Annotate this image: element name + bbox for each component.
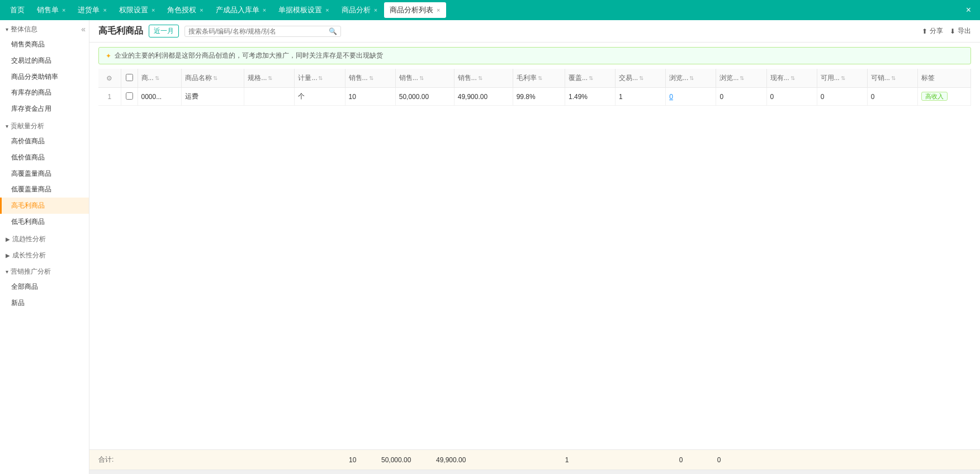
sidebar-section-trend[interactable]: ▶ 流趋性分析 <box>0 230 89 246</box>
close-product-analysis-icon[interactable]: × <box>374 7 377 13</box>
nav-product-inbound[interactable]: 产成品入库单 × <box>210 2 272 18</box>
col-header-trade[interactable]: 交易...⇅ <box>616 69 666 88</box>
row-checkbox[interactable] <box>126 92 133 100</box>
sidebar: « ▾ 整体信息 销售类商品 交易过的商品 商品分类助销率 有库存的商品 库存资… <box>0 20 89 474</box>
footer-sales3: 49,900.00 <box>415 456 466 464</box>
share-button[interactable]: ⬆ 分享 <box>922 26 943 36</box>
close-template-icon[interactable]: × <box>325 7 329 13</box>
sidebar-section-growth[interactable]: ▶ 成长性分析 <box>0 246 89 262</box>
close-product-analysis-list-icon[interactable]: × <box>437 7 440 13</box>
content-header: 高毛利商品 近一月 🔍 ⬆ 分享 ⬇ 导出 <box>89 20 980 43</box>
sort-icon-sales2: ⇅ <box>419 75 424 81</box>
sidebar-section-contribution[interactable]: ▾ 贡献量分析 <box>0 117 89 133</box>
sidebar-collapse-button[interactable]: « <box>81 25 86 34</box>
header-actions: ⬆ 分享 ⬇ 导出 <box>922 26 971 36</box>
close-purchase-order-icon[interactable]: × <box>103 7 106 13</box>
sort-icon-saleable: ⇅ <box>891 75 896 81</box>
col-header-sales1[interactable]: 销售...⇅ <box>345 69 395 88</box>
sidebar-item-low-coverage[interactable]: 低覆盖量商品 <box>0 181 89 198</box>
sidebar-item-high-margin[interactable]: 高毛利商品 <box>0 198 89 214</box>
cell-code: 0000... <box>138 88 182 106</box>
export-button[interactable]: ⬇ 导出 <box>950 26 971 36</box>
sidebar-item-sales-goods[interactable]: 销售类商品 <box>0 36 89 53</box>
close-product-inbound-icon[interactable]: × <box>263 7 266 13</box>
sidebar-item-high-coverage[interactable]: 高覆盖量商品 <box>0 166 89 182</box>
footer-total: 合计: 10 50,000.00 49,900.00 1 0 0 <box>89 449 980 470</box>
close-role-auth-icon[interactable]: × <box>200 7 203 13</box>
sidebar-item-stock-funds[interactable]: 库存资金占用 <box>0 101 89 117</box>
table-wrapper: ⚙ 商...⇅ 商品名称⇅ 规格...⇅ 计量...⇅ 销售...⇅ 销售...… <box>89 69 980 449</box>
footer-sales2: 50,000.00 <box>361 456 411 464</box>
col-header-name[interactable]: 商品名称⇅ <box>182 69 244 88</box>
cell-saleable: 0 <box>867 88 917 106</box>
col-header-browse2[interactable]: 浏览...⇅ <box>716 69 766 88</box>
cell-browse2: 0 <box>716 88 766 106</box>
sidebar-item-low-value[interactable]: 低价值商品 <box>0 149 89 166</box>
nav-home[interactable]: 首页 <box>4 2 30 18</box>
col-header-settings[interactable]: ⚙ <box>98 69 121 88</box>
col-header-sales2[interactable]: 销售...⇅ <box>395 69 454 88</box>
col-header-coverage[interactable]: 覆盖...⇅ <box>565 69 615 88</box>
table-row: 1 0000... 运费 个 10 50,000.00 49,900.00 99… <box>98 88 971 106</box>
sidebar-item-category-sales-rate[interactable]: 商品分类助销率 <box>0 69 89 85</box>
search-box: 🔍 <box>184 26 341 37</box>
close-sales-order-icon[interactable]: × <box>62 7 65 13</box>
sort-icon-spec: ⇅ <box>268 75 272 81</box>
col-header-checkbox[interactable] <box>121 69 138 88</box>
chevron-down-icon-3: ▾ <box>6 269 8 275</box>
chevron-down-icon: ▾ <box>6 26 8 32</box>
col-header-sales3[interactable]: 销售...⇅ <box>454 69 513 88</box>
cell-unit: 个 <box>295 88 345 106</box>
cell-sales2: 50,000.00 <box>395 88 454 106</box>
col-header-tag[interactable]: 标签 <box>917 69 970 88</box>
info-banner: ✦ 企业的主要的利润都是这部分商品创造的，可考虑加大推广，同时关注库存是不要出现… <box>98 47 971 64</box>
nav-template-settings[interactable]: 单据模板设置 × <box>273 2 334 18</box>
data-table: ⚙ 商...⇅ 商品名称⇅ 规格...⇅ 计量...⇅ 销售...⇅ 销售...… <box>98 69 971 106</box>
sidebar-section-marketing[interactable]: ▾ 营销推广分析 <box>0 262 89 279</box>
sidebar-item-high-value[interactable]: 高价值商品 <box>0 133 89 149</box>
nav-permission-settings[interactable]: 权限设置 × <box>113 2 160 18</box>
footer-trade: 1 <box>546 456 569 464</box>
sidebar-section-overall[interactable]: ▾ 整体信息 <box>0 20 89 36</box>
footer-current: 0 <box>649 456 683 464</box>
sort-icon-trade: ⇅ <box>639 75 643 81</box>
warning-icon: ✦ <box>106 52 111 60</box>
sidebar-item-new-goods[interactable]: 新品 <box>0 295 89 311</box>
col-header-code[interactable]: 商...⇅ <box>138 69 182 88</box>
col-header-gross-rate[interactable]: 毛利率⇅ <box>513 69 565 88</box>
footer-label: 合计: <box>98 455 113 464</box>
sidebar-item-all-goods[interactable]: 全部商品 <box>0 279 89 295</box>
select-all-checkbox[interactable] <box>126 74 133 81</box>
cell-gross-rate: 99.8% <box>513 88 565 106</box>
sort-icon-name: ⇅ <box>213 75 217 81</box>
nav-purchase-order[interactable]: 进货单 × <box>72 2 112 18</box>
col-header-available[interactable]: 可用...⇅ <box>817 69 867 88</box>
close-all-button[interactable]: × <box>962 5 976 15</box>
search-icon[interactable]: 🔍 <box>329 27 337 35</box>
col-header-saleable[interactable]: 可销...⇅ <box>867 69 917 88</box>
sort-icon-current: ⇅ <box>790 75 795 81</box>
col-header-spec[interactable]: 规格...⇅ <box>244 69 295 88</box>
col-header-current[interactable]: 现有...⇅ <box>766 69 817 88</box>
nav-product-analysis[interactable]: 商品分析 × <box>336 2 383 18</box>
cell-index: 1 <box>98 88 121 106</box>
sidebar-item-in-stock-goods[interactable]: 有库存的商品 <box>0 85 89 101</box>
nav-product-analysis-list[interactable]: 商品分析列表 × <box>384 2 446 18</box>
sort-icon-coverage: ⇅ <box>589 75 593 81</box>
time-filter-button[interactable]: 近一月 <box>149 25 179 37</box>
sidebar-item-low-margin[interactable]: 低毛利商品 <box>0 214 89 230</box>
export-icon: ⬇ <box>950 27 955 35</box>
chevron-right-icon-2: ▶ <box>6 252 10 259</box>
close-permission-icon[interactable]: × <box>152 7 155 13</box>
cell-available: 0 <box>817 88 867 106</box>
bottom-scrollbar[interactable] <box>89 470 980 474</box>
cell-checkbox[interactable] <box>121 88 138 106</box>
nav-role-auth[interactable]: 角色授权 × <box>162 2 209 18</box>
col-header-unit[interactable]: 计量...⇅ <box>295 69 345 88</box>
sort-icon-unit: ⇅ <box>318 75 323 81</box>
nav-sales-order[interactable]: 销售单 × <box>31 2 71 18</box>
cell-tag: 高收入 <box>917 88 970 106</box>
col-header-browse1[interactable]: 浏览...⇅ <box>666 69 716 88</box>
search-input[interactable] <box>188 27 326 35</box>
sidebar-item-traded-goods[interactable]: 交易过的商品 <box>0 53 89 69</box>
